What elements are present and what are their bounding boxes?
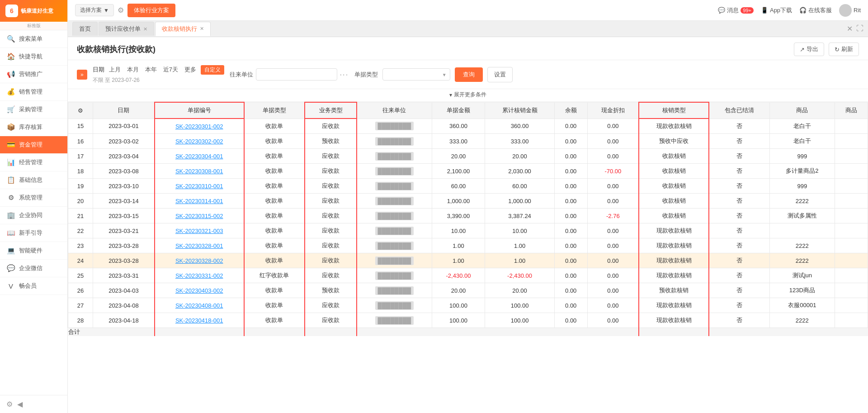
col-product: 商品 [769, 102, 835, 119]
sidebar-item-label: 搜索菜单 [19, 35, 42, 43]
plan-selector[interactable]: 选择方案 ▼ [75, 4, 114, 16]
filter-settings-btn[interactable]: 设置 [487, 67, 513, 82]
sidebar-item-system[interactable]: ⚙系统管理 [0, 189, 67, 207]
service-item[interactable]: 🎧 在线客服 [799, 6, 832, 14]
date-this-year[interactable]: 本年 [143, 65, 159, 75]
doc-no-link[interactable]: SK-20230328-001 [175, 242, 223, 249]
doc-no-link[interactable]: SK-20230321-003 [175, 228, 223, 234]
sidebar-item-wechat[interactable]: 💬企业微信 [0, 260, 67, 277]
cell-include-settled: 否 [709, 134, 769, 149]
sidebar-item-label: 资金管理 [19, 141, 42, 149]
sidebar-item-member[interactable]: V畅会员 [0, 277, 67, 295]
doc-no-link[interactable]: SK-20230310-001 [175, 183, 223, 190]
cell-doc-no: SK-20230403-002 [155, 283, 244, 298]
sidebar-item-operation[interactable]: 📊经营管理 [0, 154, 67, 171]
doc-no-link[interactable]: SK-20230315-002 [175, 213, 223, 219]
sidebar-item-sales[interactable]: 💰销售管理 [0, 83, 67, 101]
tab-home[interactable]: 首页 [72, 22, 98, 36]
refresh-btn[interactable]: ↻ 刷新 [829, 43, 859, 56]
sidebar-item-basic[interactable]: 📋基础信息 [0, 171, 67, 189]
industry-btn[interactable]: 体验行业方案 [127, 4, 175, 17]
doc-no-link[interactable]: SK-20230331-002 [175, 272, 223, 279]
tab-prereceive-close[interactable]: ✕ [143, 26, 147, 32]
doc-no-link[interactable]: SK-20230314-001 [175, 198, 223, 204]
expand-conditions-btn[interactable]: ▾ 展开更多条件 [449, 91, 486, 99]
maximize-icon[interactable]: ⛶ [856, 24, 863, 33]
page-actions: ↗ 导出 ↻ 刷新 [794, 43, 859, 56]
cell-biz-type: 应收款 [305, 149, 357, 164]
partner-more-btn[interactable]: ··· [340, 71, 349, 78]
partner-input[interactable] [256, 68, 337, 81]
footer-balance [554, 328, 587, 337]
tab-collection-close[interactable]: ✕ [200, 26, 204, 32]
settings-icon[interactable]: ⚙ [6, 400, 13, 408]
sidebar-item-finance[interactable]: 💳资金管理 [0, 136, 67, 154]
cell-amount: 333.00 [432, 134, 485, 149]
cell-amount: 20.00 [432, 149, 485, 164]
cell-product: 老白干 [769, 134, 835, 149]
cell-total-verified: 60.00 [485, 179, 554, 194]
cell-partner: ████████ [357, 313, 432, 328]
cell-date: 2023-04-08 [93, 298, 154, 313]
cell-total-verified: 100.00 [485, 313, 554, 328]
sidebar-item-search[interactable]: 🔍搜索菜单 [0, 30, 67, 48]
date-last-month[interactable]: 上月 [107, 65, 123, 75]
date-this-month[interactable]: 本月 [125, 65, 141, 75]
cell-product: 2222 [769, 194, 835, 209]
cell-amount: 100.00 [432, 298, 485, 313]
doc-no-link[interactable]: SK-20230302-002 [175, 138, 223, 145]
cell-verify-type: 收款核销 [639, 164, 709, 179]
doc-no-link[interactable]: SK-20230308-001 [175, 168, 223, 175]
cell-doc-type: 收款单 [244, 313, 305, 328]
tab-prereceive[interactable]: 预计应收付单 ✕ [99, 22, 154, 36]
export-label: 导出 [807, 45, 818, 53]
sidebar-item-corp[interactable]: 🏢企业协同 [0, 207, 67, 224]
cell-cash-discount: 0.00 [587, 298, 639, 313]
doc-no-link[interactable]: SK-20230301-002 [175, 123, 223, 130]
doc-no-link[interactable]: SK-20230304-001 [175, 153, 223, 160]
date-7days[interactable]: 近7天 [161, 65, 180, 75]
doc-no-link[interactable]: SK-20230418-001 [175, 317, 223, 324]
collapse-icon[interactable]: ◀ [17, 400, 23, 408]
refresh-icon: ↻ [835, 46, 840, 53]
doc-no-link[interactable]: SK-20230328-002 [175, 257, 223, 264]
cell-amount: 1.00 [432, 238, 485, 253]
cell-doc-no: SK-20230315-002 [155, 209, 244, 223]
query-btn[interactable]: 查询 [455, 67, 483, 82]
cell-partner: ████████ [357, 283, 432, 298]
user-name: Rit [854, 7, 861, 14]
sidebar-item-guide[interactable]: 📖新手引导 [0, 224, 67, 242]
user-item[interactable]: Rit [839, 4, 861, 17]
sidebar-menu: 🔍搜索菜单🏠快捷导航📢营销推广💰销售管理🛒采购管理📦库存核算💳资金管理📊经营管理… [0, 30, 67, 395]
tab-collection[interactable]: 收款核销执行 ✕ [155, 22, 211, 36]
sidebar-item-inventory[interactable]: 📦库存核算 [0, 119, 67, 136]
system-icon: ⚙ [6, 194, 15, 202]
cell-verify-type: 收款核销 [639, 179, 709, 194]
filter-expand-btn[interactable]: » [77, 70, 87, 80]
doc-no-link[interactable]: SK-20230403-002 [175, 287, 223, 294]
messages-item[interactable]: 💬 消息 99+ [718, 6, 754, 14]
date-more[interactable]: 更多 [183, 65, 198, 75]
cell-biz-type: 应收款 [305, 223, 357, 238]
type-select[interactable] [382, 68, 450, 81]
cell-total-verified: 1.00 [485, 238, 554, 253]
sidebar-badge: 标推版 [0, 22, 67, 30]
col-gear[interactable]: ⚙ [68, 102, 93, 119]
doc-no-link[interactable]: SK-20230408-001 [175, 302, 223, 309]
cell-doc-no: SK-20230304-001 [155, 149, 244, 164]
chevron-down-icon: ▼ [104, 7, 109, 14]
table-container[interactable]: ⚙ 日期 单据编号 单据类型 业务类型 往来单位 单据金额 累计核销金额 余额 … [68, 102, 868, 413]
sidebar-item-marketing[interactable]: 📢营销推广 [0, 66, 67, 83]
cell-doc-type: 收款单 [244, 194, 305, 209]
gear-icon[interactable]: ⚙ [118, 6, 124, 14]
date-custom[interactable]: 自定义 [201, 65, 224, 75]
sidebar-item-shortcut[interactable]: 🏠快捷导航 [0, 48, 67, 66]
footer-biz-type [305, 328, 357, 337]
export-btn[interactable]: ↗ 导出 [794, 43, 824, 56]
app-download-item[interactable]: 📱 App下载 [761, 6, 792, 14]
cell-no: 22 [68, 223, 93, 238]
cell-balance: 0.00 [554, 149, 587, 164]
sidebar-item-purchase[interactable]: 🛒采购管理 [0, 101, 67, 119]
sidebar-item-hardware[interactable]: 💻智能硬件 [0, 242, 67, 260]
close-window-icon[interactable]: ✕ [847, 24, 853, 33]
